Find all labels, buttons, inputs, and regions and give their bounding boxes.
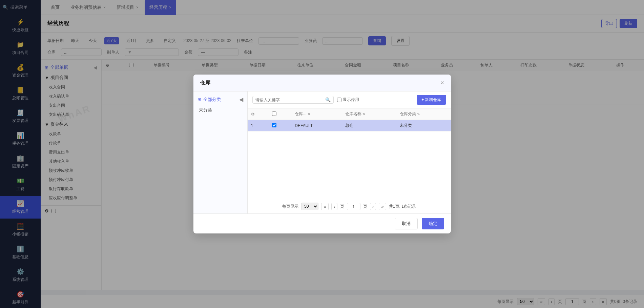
row-category: 未分类 xyxy=(396,120,451,131)
add-warehouse-btn[interactable]: + 新增仓库 xyxy=(417,95,446,105)
uncategorized-label: 未分类 xyxy=(199,107,212,112)
modal-confirm-btn[interactable]: 确定 xyxy=(422,218,444,229)
row-select-checkbox[interactable] xyxy=(272,123,276,127)
modal-title-text: 仓库 xyxy=(200,80,210,86)
modal-toolbar: 🔍 显示停用 + 新增仓库 xyxy=(248,91,451,108)
modal-table-wrap: ⚙ 仓库... ⇅ 仓库名称 xyxy=(248,108,451,199)
modal-per-page-label: 每页显示 xyxy=(282,204,298,209)
modal-right-panel: 🔍 显示停用 + 新增仓库 ⚙ xyxy=(248,91,451,213)
show-disabled-label[interactable]: 显示停用 xyxy=(337,97,359,103)
col-name-label: 仓库名称 xyxy=(345,111,361,116)
modal-header: 仓库 × xyxy=(193,75,451,91)
row-name: 总仓 xyxy=(342,120,396,131)
modal-all-categories-label: 全部分类 xyxy=(203,97,221,103)
modal-col-checkbox xyxy=(269,108,291,120)
modal-total-info: 共1页, 1条记录 xyxy=(389,204,416,209)
modal-category-uncategorized[interactable]: 未分类 xyxy=(193,105,247,116)
modal-grid-icon: ⊞ xyxy=(198,97,201,102)
row-num: 1 xyxy=(248,120,269,131)
modal-body: ⊞ 全部分类 ◀ 未分类 🔍 显示停用 xyxy=(193,91,451,213)
modal-overlay: 仓库 × ⊞ 全部分类 ◀ 未分类 xyxy=(0,0,644,308)
modal-col-category: 仓库分类 ⇅ xyxy=(396,108,451,120)
row-code: DEFAULT xyxy=(291,120,341,131)
modal-all-categories[interactable]: ⊞ 全部分类 ◀ xyxy=(193,94,247,105)
modal-select-all[interactable] xyxy=(272,111,276,116)
modal-search-input[interactable] xyxy=(255,98,324,102)
modal-per-page-select[interactable]: 50 100 xyxy=(301,203,318,210)
modal-footer-actions: 取消 确定 xyxy=(193,213,451,233)
modal-cancel-btn[interactable]: 取消 xyxy=(395,218,418,229)
sort-icon-category: ⇅ xyxy=(417,112,420,116)
modal-left-panel: ⊞ 全部分类 ◀ 未分类 xyxy=(193,91,248,213)
show-disabled-text: 显示停用 xyxy=(343,97,359,103)
sort-icon-code: ⇅ xyxy=(308,112,310,116)
row-checkbox[interactable] xyxy=(269,120,291,131)
modal-search-icon: 🔍 xyxy=(325,97,331,102)
sort-icon-name: ⇅ xyxy=(362,112,365,116)
modal-table-row[interactable]: 1 DEFAULT 总仓 未分类 xyxy=(248,120,451,131)
modal-next-btn[interactable]: › xyxy=(370,203,376,210)
modal-search-wrap[interactable]: 🔍 xyxy=(252,96,334,104)
modal-col-code: 仓库... ⇅ xyxy=(291,108,341,120)
modal-close-btn[interactable]: × xyxy=(440,79,444,86)
modal-first-btn[interactable]: « xyxy=(321,203,328,210)
modal-page-label-2: 页 xyxy=(363,204,367,209)
warehouse-modal: 仓库 × ⊞ 全部分类 ◀ 未分类 xyxy=(193,75,451,233)
modal-collapse-btn[interactable]: ◀ xyxy=(239,96,243,103)
modal-settings-icon: ⚙ xyxy=(251,112,255,117)
modal-page-label: 页 xyxy=(340,204,344,209)
modal-title: 仓库 xyxy=(200,80,210,86)
modal-prev-btn[interactable]: ‹ xyxy=(331,203,337,210)
modal-table: ⚙ 仓库... ⇅ 仓库名称 xyxy=(248,108,451,131)
col-code-label: 仓库... xyxy=(295,111,306,116)
show-disabled-checkbox[interactable] xyxy=(337,98,341,102)
modal-page-input[interactable] xyxy=(347,203,360,210)
col-category-label: 仓库分类 xyxy=(400,111,416,116)
modal-pagination: 每页显示 50 100 « ‹ 页 页 › » 共1页, 1条记录 xyxy=(248,199,451,213)
modal-col-name: 仓库名称 ⇅ xyxy=(342,108,396,120)
modal-last-btn[interactable]: » xyxy=(379,203,386,210)
modal-col-settings[interactable]: ⚙ xyxy=(248,108,269,120)
